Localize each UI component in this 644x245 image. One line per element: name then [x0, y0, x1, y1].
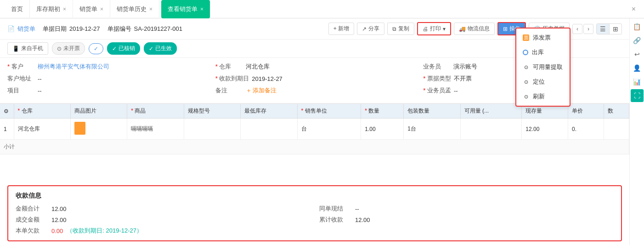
add-note-btn[interactable]: 添加备注	[246, 86, 277, 95]
effective-icon: ✓	[149, 46, 153, 52]
deal-amount-value: 12.00	[51, 217, 67, 223]
available-icon: ⊙	[523, 64, 529, 70]
grid-view-btn[interactable]: ⊞	[610, 24, 621, 34]
invoice-icon: 票	[523, 34, 529, 41]
tab-sales-history[interactable]: 销货单历史 ×	[110, 0, 159, 18]
list-view-btn[interactable]: ☰	[597, 24, 610, 34]
deal-amount-row: 成交金额 12.00	[16, 216, 310, 224]
not-open-btn[interactable]: ⊙ 未开票	[52, 42, 85, 55]
row-product-img	[70, 119, 127, 140]
subtotal-row: 小计	[0, 140, 629, 154]
address-field: 客户地址 --	[7, 74, 206, 83]
col-unit: 销售单位	[297, 104, 361, 119]
toolbar-right: + 新增 ↗ 分享 ⧉ 复制 🖨 打印 ▾ 🚚 物流信息	[328, 22, 622, 35]
sidebar-icon-return[interactable]: ↩	[631, 48, 644, 61]
tab-sales-label: 销货单	[79, 5, 97, 13]
warehouse-value: 河北仓库	[246, 63, 270, 71]
print-button[interactable]: 🖨 打印 ▾	[417, 22, 451, 35]
locate-icon: ⊙	[523, 79, 529, 85]
total-value: 12.00	[51, 205, 67, 212]
tab-view-sales[interactable]: 查看销货单 ×	[161, 0, 210, 18]
col-product: 商品	[127, 104, 184, 119]
window-close-btn[interactable]: ×	[628, 5, 639, 13]
doc-no-meta: 单据编号 SA-20191227-001	[107, 25, 183, 33]
ship-icon	[523, 50, 528, 55]
total-label: 金额合计	[16, 205, 48, 213]
doc-type: 📄 销货单	[7, 25, 35, 33]
payment-date-label: 收款到期日	[215, 74, 249, 83]
payment-grid: 金额合计 12.00 同单现结 -- 成交金额 12.00 累计收款 12.00…	[16, 205, 614, 235]
ticket-icon: ⊙	[57, 46, 62, 52]
customer-value[interactable]: 柳州粤港平安气体有限公司	[38, 63, 109, 71]
note-label: 备注	[215, 86, 243, 95]
next-btn[interactable]: ›	[583, 24, 593, 34]
same-order-label: 同单现结	[319, 205, 351, 213]
doc-date-label: 单据日期	[43, 25, 67, 33]
locate-label: 定位	[533, 78, 545, 86]
customer-label: 客户	[7, 63, 35, 71]
new-button[interactable]: + 新增	[328, 23, 354, 35]
share-button[interactable]: ↗ 分享	[357, 23, 384, 35]
staff-label: 业务员	[423, 63, 451, 71]
locate-item[interactable]: ⊙ 定位	[516, 74, 570, 89]
owed-label: 本单欠款	[16, 227, 48, 235]
tab-view-sales-close[interactable]: ×	[200, 6, 203, 12]
available-label: 可用量提取	[533, 63, 563, 71]
sidebar-icon-clipboard[interactable]: 📋	[631, 20, 644, 33]
payment-title: 收款信息	[16, 192, 614, 200]
row-stock: 12.00	[522, 119, 568, 140]
copy-button[interactable]: ⧉ 复制	[387, 23, 414, 35]
tab-sales-close[interactable]: ×	[100, 6, 103, 12]
col-warehouse: 仓库	[14, 104, 70, 119]
owed-value: 0.00	[51, 228, 63, 234]
sidebar-icon-link[interactable]: 🔗	[631, 34, 644, 47]
payment-date-field: 收款到期日 2019-12-27	[215, 74, 414, 83]
ship-item[interactable]: 出库	[516, 45, 570, 60]
refresh-item[interactable]: ⊙ 刷新	[516, 89, 570, 104]
row-num: 1	[0, 119, 14, 140]
effective-btn[interactable]: ✓ 已生效	[144, 42, 177, 55]
add-invoice-label: 添发票	[533, 34, 551, 42]
sidebar-icon-expand[interactable]: ⛶	[631, 89, 644, 102]
items-table: ⚙ 仓库 商品图片 商品 规格型号 最低库存 销售单位 数量 包装数量 可用量 …	[0, 104, 629, 154]
row-warehouse: 河北仓库	[14, 119, 70, 140]
table-row: 1 河北仓库 嗝嗝嗝嗝 台 1.00 1台 12.00 0.	[0, 119, 629, 140]
cumulative-value: 12.00	[355, 217, 370, 223]
ticket-type-value: 不开票	[454, 74, 472, 83]
row-min-stock	[241, 119, 297, 140]
tab-home-label: 首页	[11, 5, 23, 13]
refresh-label: 刷新	[533, 92, 545, 101]
done-btn[interactable]: ✓	[89, 43, 103, 54]
col-available: 可用量 (...	[460, 104, 522, 119]
sidebar-icon-chart[interactable]: 📊	[631, 75, 644, 88]
owed-note: （收款到期日: 2019-12-27）	[67, 227, 142, 235]
row-pack-qty: 1台	[404, 119, 460, 140]
ship-label: 出库	[532, 48, 544, 57]
row-available	[460, 119, 522, 140]
prev-btn[interactable]: ‹	[572, 24, 582, 34]
from-phone-btn[interactable]: 📱 来自手机	[7, 42, 48, 55]
tab-view-sales-label: 查看销货单	[168, 5, 198, 13]
truck-icon: 🚚	[459, 26, 466, 32]
tab-sales[interactable]: 销货单 ×	[73, 0, 110, 18]
total-row: 金额合计 12.00	[16, 205, 310, 213]
tab-home[interactable]: 首页	[5, 0, 30, 18]
available-item[interactable]: ⊙ 可用量提取	[516, 60, 570, 74]
tab-inventory[interactable]: 库存期初 ×	[30, 0, 73, 18]
right-sidebar: 📋 🔗 ↩ 👤 📊 ⛶	[629, 18, 644, 245]
warehouse-label: 仓库	[215, 63, 243, 71]
doc-no-label: 单据编号	[107, 25, 131, 33]
sidebar-icon-user[interactable]: 👤	[631, 62, 644, 74]
logistics-button[interactable]: 🚚 物流信息	[454, 23, 495, 35]
add-invoice-item[interactable]: 票 添发票	[516, 30, 570, 45]
row-spec	[184, 119, 240, 140]
col-qty: 数量	[361, 104, 404, 119]
tab-bar: 首页 库存期初 × 销货单 × 销货单历史 × 查看销货单 × ×	[0, 0, 644, 18]
tab-inventory-close[interactable]: ×	[63, 6, 66, 12]
sold-btn[interactable]: ✓ 已核销	[107, 42, 140, 55]
row-qty: 1.00	[361, 119, 404, 140]
col-spec: 规格型号	[184, 104, 240, 119]
warehouse-field: 仓库 河北仓库	[215, 63, 414, 71]
address-value: --	[38, 75, 42, 82]
tab-sales-history-close[interactable]: ×	[149, 6, 153, 12]
